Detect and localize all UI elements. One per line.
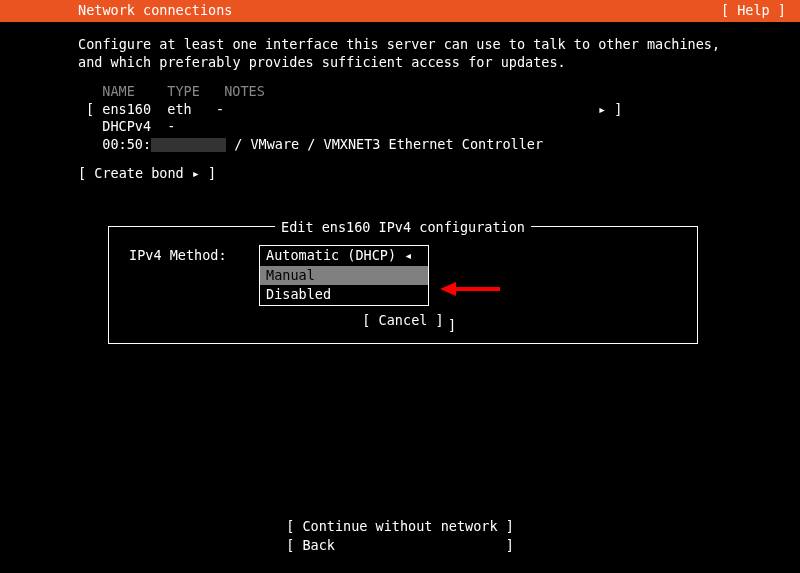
dialog-bracket: ] bbox=[448, 317, 456, 335]
cancel-button[interactable]: [ Cancel ] bbox=[129, 312, 677, 330]
header-bar: Network connections [ Help ] bbox=[0, 0, 800, 22]
interface-table: NAME TYPE NOTES [ ens160 eth - ▸ ] DHCPv… bbox=[86, 83, 722, 153]
description-text: Configure at least one interface this se… bbox=[78, 36, 722, 71]
option-manual[interactable]: Manual bbox=[260, 266, 428, 286]
ipv4-config-dialog: Edit ens160 IPv4 configuration IPv4 Meth… bbox=[108, 226, 698, 344]
page-title: Network connections bbox=[78, 2, 232, 20]
col-name: NAME bbox=[86, 83, 135, 99]
option-automatic-dhcp[interactable]: Automatic (DHCP) bbox=[260, 246, 428, 266]
ipv4-method-dropdown[interactable]: Automatic (DHCP) Manual Disabled bbox=[259, 245, 429, 306]
dhcp-row: DHCPv4 - bbox=[86, 118, 722, 136]
description-line1: Configure at least one interface this se… bbox=[78, 36, 722, 54]
continue-without-network-button[interactable]: [ Continue without network ] bbox=[0, 517, 800, 536]
mac-redacted bbox=[151, 138, 226, 152]
col-type: TYPE bbox=[143, 83, 200, 99]
ipv4-method-label: IPv4 Method: bbox=[129, 245, 259, 265]
dialog-title: Edit ens160 IPv4 configuration bbox=[275, 219, 531, 237]
main-content: Configure at least one interface this se… bbox=[0, 22, 800, 183]
mac-row: 00:50: / VMware / VMXNET3 Ethernet Contr… bbox=[86, 136, 722, 154]
create-bond-button[interactable]: [ Create bond ▸ ] bbox=[78, 165, 722, 183]
col-notes: NOTES bbox=[208, 83, 265, 99]
footer-actions: [ Continue without network ] [ Back ] bbox=[0, 517, 800, 555]
description-line2: and which preferably provides sufficient… bbox=[78, 54, 722, 72]
mac-prefix: 00:50: bbox=[102, 136, 151, 152]
back-button[interactable]: [ Back ] bbox=[0, 536, 800, 555]
interface-row-ens160[interactable]: [ ens160 eth - ▸ ] bbox=[86, 101, 722, 119]
table-header-row: NAME TYPE NOTES bbox=[86, 83, 722, 101]
help-button[interactable]: [ Help ] bbox=[721, 2, 786, 20]
mac-suffix: / VMware / VMXNET3 Ethernet Controller bbox=[226, 136, 543, 152]
option-disabled[interactable]: Disabled bbox=[260, 285, 428, 305]
